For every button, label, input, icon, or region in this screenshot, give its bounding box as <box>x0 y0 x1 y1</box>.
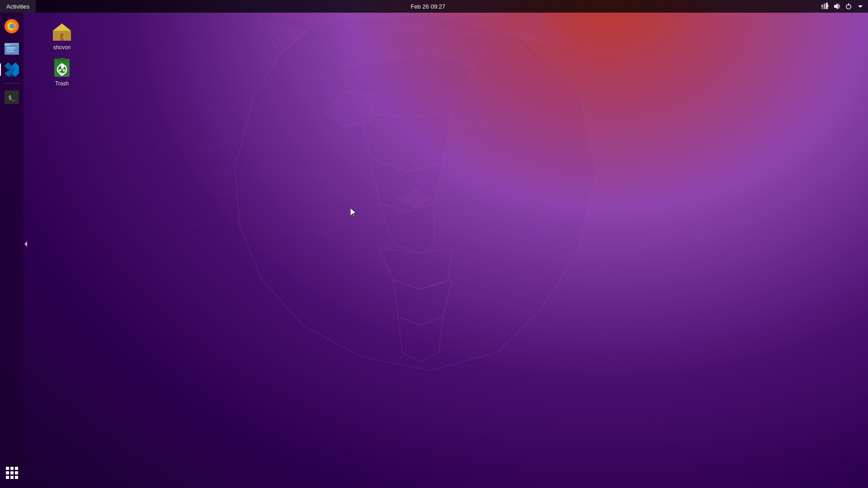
files-icon <box>4 40 20 56</box>
desktop-icon-home[interactable]: shovon <box>44 18 80 53</box>
svg-rect-52 <box>6 47 15 48</box>
dock-item-vscode[interactable] <box>2 60 22 80</box>
volume-icon[interactable] <box>832 1 842 11</box>
svg-rect-38 <box>824 4 826 9</box>
svg-rect-53 <box>6 49 14 50</box>
svg-marker-45 <box>858 5 863 8</box>
trash-icon-label: Trash <box>55 80 69 87</box>
trash-folder-icon <box>51 57 73 79</box>
svg-point-64 <box>63 37 65 38</box>
dock-separator <box>4 83 20 84</box>
activities-button[interactable]: Activities <box>0 0 36 13</box>
home-folder-icon <box>51 21 73 42</box>
system-dropdown-icon[interactable] <box>855 1 865 11</box>
topbar-system-icons <box>820 1 868 11</box>
show-apps-button[interactable] <box>2 463 22 483</box>
dock-item-files[interactable] <box>2 38 22 58</box>
svg-marker-51 <box>5 44 11 46</box>
topbar-datetime: Feb 26 09:27 <box>36 3 820 10</box>
desktop-icon-trash[interactable]: Trash <box>44 54 80 89</box>
home-icon-label: shovon <box>53 44 71 51</box>
vscode-icon <box>5 62 19 77</box>
svg-marker-42 <box>834 3 838 9</box>
network-icon[interactable] <box>820 1 830 11</box>
dock-item-firefox[interactable] <box>2 16 22 36</box>
apps-grid-icon <box>6 467 18 479</box>
firefox-icon <box>5 19 19 33</box>
terminal-icon: $_ <box>5 90 19 104</box>
desktop-area[interactable]: shovon <box>24 13 868 488</box>
dock: $_ <box>0 13 24 488</box>
power-icon[interactable] <box>844 1 854 11</box>
dock-item-terminal[interactable]: $_ <box>2 87 22 107</box>
topbar: Activities Feb 26 09:27 <box>0 0 868 13</box>
datetime-label: Feb 26 09:27 <box>410 3 445 10</box>
svg-point-48 <box>9 24 14 28</box>
svg-marker-61 <box>53 23 71 31</box>
svg-marker-59 <box>24 241 27 247</box>
svg-rect-67 <box>59 58 65 61</box>
side-panel-toggle[interactable] <box>24 230 28 258</box>
svg-rect-54 <box>6 51 14 52</box>
